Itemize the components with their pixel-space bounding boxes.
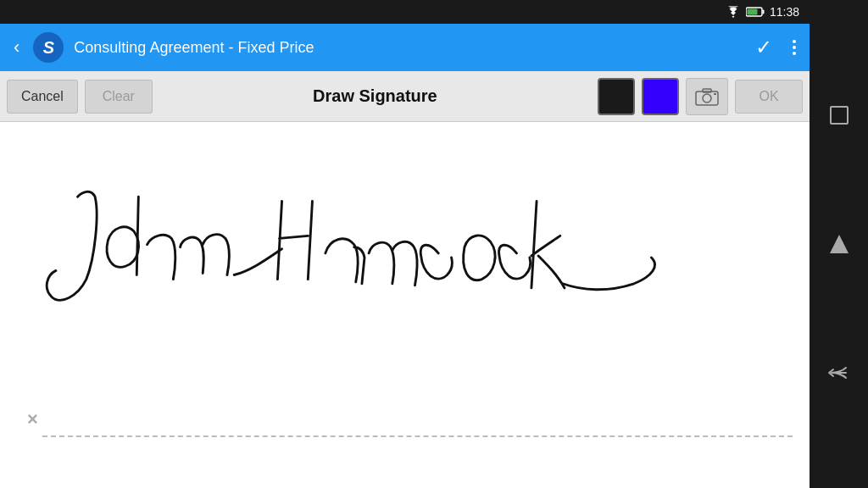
recent-apps-button[interactable]	[822, 98, 856, 132]
camera-icon	[695, 87, 719, 106]
android-nav-bar	[810, 0, 868, 488]
wifi-icon	[726, 6, 741, 18]
more-options-button[interactable]	[786, 33, 803, 62]
clear-button[interactable]: Clear	[85, 80, 153, 114]
signature-x-mark: ×	[27, 408, 38, 430]
home-button[interactable]	[822, 227, 856, 261]
status-bar: 11:38	[0, 0, 810, 24]
app-area: 11:38 ‹ S Consulting Agreement - Fixed P…	[0, 0, 810, 488]
svg-rect-1	[762, 10, 764, 14]
toolbar: ‹ S Consulting Agreement - Fixed Price ✓	[0, 24, 810, 71]
confirm-button[interactable]: ✓	[748, 29, 779, 66]
blue-color-swatch[interactable]	[642, 78, 679, 115]
back-arrow-icon	[827, 363, 851, 382]
back-button[interactable]: ‹	[7, 30, 26, 65]
svg-rect-2	[747, 9, 757, 15]
signature-drawing	[25, 139, 704, 376]
black-color-swatch[interactable]	[598, 78, 635, 115]
signature-baseline	[42, 435, 793, 437]
action-bar: Cancel Clear Draw Signature OK	[0, 71, 810, 122]
app-logo: S	[33, 32, 64, 63]
svg-rect-6	[714, 93, 716, 95]
cancel-button[interactable]: Cancel	[7, 80, 78, 114]
svg-rect-5	[703, 89, 711, 92]
back-button-nav[interactable]	[822, 356, 856, 390]
draw-signature-label: Draw Signature	[159, 86, 591, 106]
status-time: 11:38	[770, 5, 799, 19]
svg-point-4	[703, 94, 711, 103]
ok-button[interactable]: OK	[735, 80, 803, 114]
status-icons: 11:38	[726, 5, 799, 19]
signature-area[interactable]: ×	[0, 122, 810, 488]
camera-button[interactable]	[686, 78, 728, 115]
battery-icon	[746, 7, 765, 17]
toolbar-title: Consulting Agreement - Fixed Price	[74, 39, 742, 57]
